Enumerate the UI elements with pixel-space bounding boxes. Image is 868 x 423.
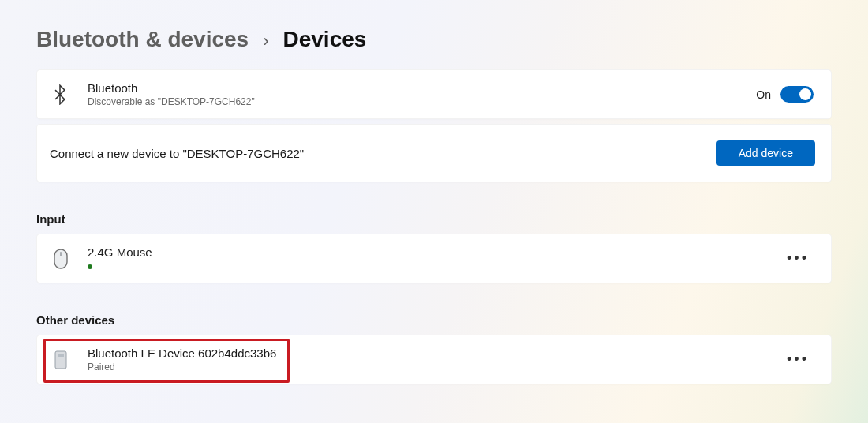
svg-rect-1	[60, 252, 62, 256]
bluetooth-setting-row: Bluetooth Discoverable as "DESKTOP-7GCH6…	[36, 69, 832, 119]
mouse-icon	[50, 248, 72, 270]
device-row-ble[interactable]: Bluetooth LE Device 602b4ddc33b6 Paired …	[36, 335, 832, 384]
breadcrumb-parent[interactable]: Bluetooth & devices	[36, 27, 249, 52]
connected-dot-icon	[88, 264, 92, 269]
device-row-mouse[interactable]: 2.4G Mouse •••	[36, 234, 832, 283]
chevron-right-icon: ›	[263, 31, 268, 51]
bluetooth-icon	[50, 84, 70, 105]
device-more-button[interactable]: •••	[782, 247, 814, 271]
device-status	[88, 260, 152, 271]
breadcrumb: Bluetooth & devices › Devices	[36, 0, 832, 69]
svg-rect-3	[58, 354, 64, 357]
add-device-button[interactable]: Add device	[716, 140, 815, 166]
connect-device-row: Connect a new device to "DESKTOP-7GCH622…	[36, 124, 832, 182]
bluetooth-toggle[interactable]	[780, 86, 814, 103]
bluetooth-title: Bluetooth	[88, 81, 255, 95]
device-more-button[interactable]: •••	[782, 348, 814, 372]
svg-rect-2	[55, 351, 66, 369]
connect-prompt: Connect a new device to "DESKTOP-7GCH622…	[50, 147, 304, 160]
bluetooth-toggle-label: On	[756, 88, 771, 101]
generic-device-icon	[50, 350, 72, 370]
device-status: Paired	[88, 361, 276, 372]
section-heading-other: Other devices	[36, 313, 832, 327]
bluetooth-subtitle: Discoverable as "DESKTOP-7GCH622"	[88, 96, 255, 107]
section-heading-input: Input	[36, 212, 832, 226]
breadcrumb-current: Devices	[283, 27, 367, 52]
device-name: Bluetooth LE Device 602b4ddc33b6	[88, 346, 276, 360]
device-name: 2.4G Mouse	[88, 245, 152, 259]
